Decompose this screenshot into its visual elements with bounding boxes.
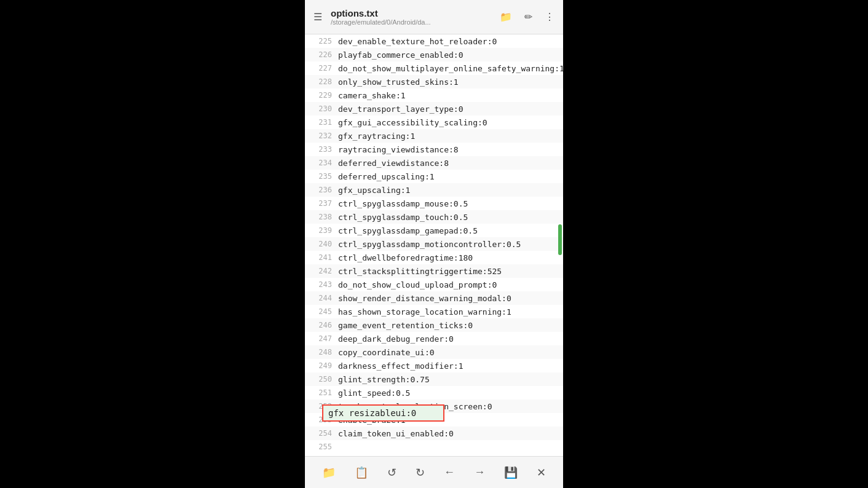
toolbar-undo-button[interactable]: ↺: [382, 463, 401, 482]
line-content: glint_speed:0.5: [338, 388, 410, 398]
line-content: has_shown_storage_location_warning:1: [338, 307, 511, 317]
line-content: ctrl_spyglassdamp_touch:0.5: [338, 213, 468, 222]
line-number: 244: [310, 294, 332, 302]
table-row[interactable]: 235deferred_upscaling:1: [305, 170, 563, 183]
table-row[interactable]: 248copy_coordinate_ui:0: [305, 345, 563, 359]
line-number: 229: [310, 91, 332, 100]
table-row[interactable]: 233raytracing_viewdistance:8: [305, 143, 563, 156]
table-row[interactable]: 238ctrl_spyglassdamp_touch:0.5: [305, 210, 563, 224]
line-content: copy_coordinate_ui:0: [338, 348, 435, 357]
table-row[interactable]: 239ctrl_spyglassdamp_gamepad:0.5: [305, 224, 563, 237]
title-bar-left: ☰ options.txt /storage/emulated/0/Androi…: [312, 8, 431, 26]
scrollbar[interactable]: [558, 34, 562, 456]
line-number: 250: [310, 375, 332, 384]
more-button[interactable]: ⋮: [543, 10, 556, 24]
line-content: show_render_distance_warning_modal:0: [338, 294, 511, 303]
table-row[interactable]: 247deep_dark_debug_render:0: [305, 332, 563, 345]
table-row[interactable]: 244show_render_distance_warning_modal:0: [305, 291, 563, 305]
line-content: ctrl_dwellbeforedragtime:180: [338, 253, 473, 262]
table-row[interactable]: 228only_show_trusted_skins:1: [305, 75, 563, 89]
line-number: 240: [310, 240, 332, 248]
line-number: 228: [310, 77, 332, 86]
line-content: gfx_raytracing:1: [338, 132, 415, 141]
bottom-toolbar: 📁 📋 ↺ ↻ ← → 💾 ✕: [305, 456, 563, 488]
table-row[interactable]: 234deferred_viewdistance:8: [305, 156, 563, 170]
line-number: 238: [310, 213, 332, 221]
title-bar-right: 📁 ✏ ⋮: [499, 10, 556, 24]
line-content: only_show_trusted_skins:1: [338, 77, 459, 87]
line-number: 233: [310, 145, 332, 154]
table-row[interactable]: 225dev_enable_texture_hot_reloader:0: [305, 34, 563, 48]
file-path: /storage/emulated/0/Android/da...: [331, 18, 431, 26]
table-row[interactable]: 231gfx_gui_accessibility_scaling:0: [305, 116, 563, 129]
line-number: 242: [310, 267, 332, 275]
table-row[interactable]: 226playfab_commerce_enabled:0: [305, 48, 563, 61]
app-window: ☰ options.txt /storage/emulated/0/Androi…: [305, 0, 563, 488]
menu-button[interactable]: ☰: [312, 10, 323, 24]
title-bar: ☰ options.txt /storage/emulated/0/Androi…: [305, 0, 563, 34]
line-content: gfx_upscaling:1: [338, 186, 410, 195]
line-container: 225dev_enable_texture_hot_reloader:0226p…: [305, 34, 563, 456]
line-content: do_not_show_cloud_upload_prompt:0: [338, 280, 497, 289]
line-content: dev_enable_texture_hot_reloader:0: [338, 37, 497, 46]
line-number: 247: [310, 334, 332, 343]
line-number: 241: [310, 253, 332, 262]
line-number: 234: [310, 159, 332, 167]
search-input[interactable]: [328, 408, 438, 418]
line-number: 226: [310, 50, 332, 59]
line-number: 251: [310, 388, 332, 397]
line-content: raytracing_viewdistance:8: [338, 145, 459, 154]
table-row[interactable]: 250glint_strength:0.75: [305, 372, 563, 386]
table-row[interactable]: 243do_not_show_cloud_upload_prompt:0: [305, 278, 563, 291]
line-number: 225: [310, 37, 332, 45]
line-content: darkness_effect_modifier:1: [338, 361, 464, 371]
line-number: 245: [310, 307, 332, 316]
toolbar-close-button[interactable]: ✕: [532, 463, 551, 482]
line-number: 243: [310, 280, 332, 289]
table-row[interactable]: 249darkness_effect_modifier:1: [305, 359, 563, 372]
content-area: 225dev_enable_texture_hot_reloader:0226p…: [305, 34, 563, 456]
table-row[interactable]: 246game_event_retention_ticks:0: [305, 318, 563, 332]
table-row[interactable]: 232gfx_raytracing:1: [305, 129, 563, 143]
line-number: 231: [310, 118, 332, 127]
table-row[interactable]: 241ctrl_dwellbeforedragtime:180: [305, 251, 563, 264]
table-row[interactable]: 245has_shown_storage_location_warning:1: [305, 305, 563, 318]
toolbar-back-button[interactable]: ←: [439, 463, 460, 481]
table-row[interactable]: 254claim_token_ui_enabled:0: [305, 427, 563, 440]
table-row[interactable]: 236gfx_upscaling:1: [305, 183, 563, 197]
scrollbar-thumb[interactable]: [558, 224, 562, 255]
edit-button[interactable]: ✏: [523, 10, 534, 24]
folder-button[interactable]: 📁: [499, 10, 513, 24]
table-row[interactable]: 240ctrl_spyglassdamp_motioncontroller:0.…: [305, 237, 563, 251]
toolbar-redo-button[interactable]: ↻: [411, 463, 430, 482]
table-row[interactable]: 229camera_shake:1: [305, 89, 563, 102]
line-number: 230: [310, 104, 332, 113]
table-row[interactable]: 255: [305, 440, 563, 454]
line-content: playfab_commerce_enabled:0: [338, 50, 464, 60]
line-number: 235: [310, 172, 332, 181]
line-content: glint_strength:0.75: [338, 375, 430, 384]
line-content: ctrl_spyglassdamp_mouse:0.5: [338, 199, 468, 208]
table-row[interactable]: 227do_not_show_multiplayer_online_safety…: [305, 61, 563, 75]
line-number: 236: [310, 186, 332, 194]
line-content: deep_dark_debug_render:0: [338, 334, 454, 344]
line-content: do_not_show_multiplayer_online_safety_wa…: [338, 64, 563, 73]
table-row[interactable]: 237ctrl_spyglassdamp_mouse:0.5: [305, 197, 563, 210]
toolbar-forward-button[interactable]: →: [469, 463, 490, 481]
table-row[interactable]: 242ctrl_stacksplittingtriggertime:525: [305, 264, 563, 278]
toolbar-save-button[interactable]: 💾: [499, 463, 523, 482]
toolbar-paste-button[interactable]: 📋: [350, 463, 373, 482]
line-content: game_event_retention_ticks:0: [338, 321, 473, 330]
line-number: 232: [310, 132, 332, 140]
table-row[interactable]: 230dev_transport_layer_type:0: [305, 102, 563, 116]
table-row[interactable]: 251glint_speed:0.5: [305, 386, 563, 399]
line-number: 254: [310, 429, 332, 438]
line-content: ctrl_stacksplittingtriggertime:525: [338, 267, 502, 276]
line-content: camera_shake:1: [338, 91, 406, 100]
search-bar: [322, 404, 444, 422]
line-number: 237: [310, 199, 332, 208]
line-number: 246: [310, 321, 332, 329]
toolbar-folder-button[interactable]: 📁: [317, 463, 341, 482]
line-content: gfx_gui_accessibility_scaling:0: [338, 118, 487, 127]
line-content: deferred_viewdistance:8: [338, 159, 449, 168]
